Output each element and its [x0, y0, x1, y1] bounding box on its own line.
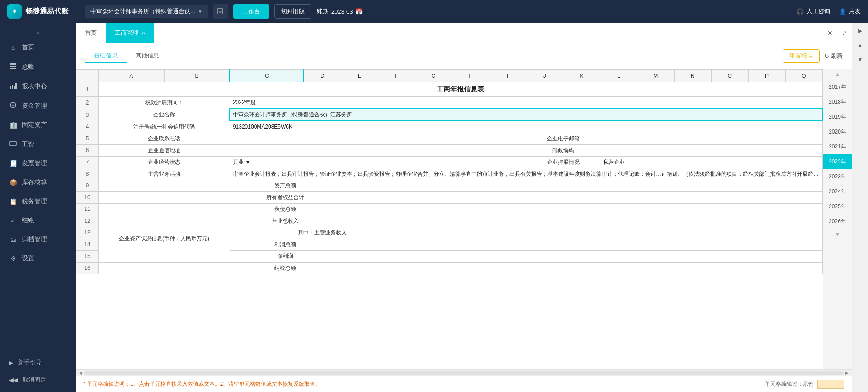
year-item-2020[interactable]: 2020年: [823, 124, 852, 139]
sidebar-item-settings[interactable]: ⚙ 设置: [0, 249, 76, 268]
sidebar-item-close-accounts[interactable]: ✓ 结账: [0, 211, 76, 230]
workbench-button[interactable]: 工作台: [233, 4, 269, 19]
row10-label: [99, 191, 230, 203]
home-icon: ⌂: [9, 44, 17, 51]
reset-report-button[interactable]: 重置报表: [783, 49, 820, 63]
year-item-2019[interactable]: 2019年: [823, 110, 852, 124]
tab-business[interactable]: 工商管理 ×: [106, 23, 154, 43]
hscroll-left[interactable]: ◀: [77, 370, 84, 376]
year-item-2017[interactable]: 2017年: [823, 80, 852, 95]
refresh-button[interactable]: ↻ 刷新: [824, 52, 843, 60]
row8-label: 主营业务活动: [99, 168, 230, 180]
invoice-icon: 🧾: [9, 160, 17, 167]
row13-sublabel: 其中：主营业务收入: [230, 227, 415, 239]
panel-down-btn[interactable]: ▼: [854, 53, 867, 66]
toolbar-row: 基础信息 其他信息 重置报表 ↻ 刷新: [76, 43, 852, 69]
sidebar-item-funds[interactable]: ¥ 资金管理: [0, 96, 76, 115]
hscroll-right[interactable]: ▶: [844, 370, 851, 376]
sidebar-item-archive[interactable]: 🗂 归档管理: [0, 230, 76, 249]
row9-value[interactable]: [341, 180, 822, 191]
year-item-2022[interactable]: 2022年: [823, 154, 852, 169]
row15-value[interactable]: [341, 250, 822, 262]
row8-value[interactable]: 审查企业会计报表；出具审计报告；验证企业资本；出具验资报告；办理企业合并、分立、…: [230, 168, 822, 180]
scroll-up-icon: ▲: [35, 29, 41, 35]
column-header-row: A B C D E F G H I J K L: [76, 70, 823, 82]
tab-home[interactable]: 首页: [76, 23, 106, 43]
year-panel-up[interactable]: ▲: [823, 69, 852, 80]
sidebar-item-tax[interactable]: 📋 税务管理: [0, 192, 76, 211]
hscroll-track[interactable]: [84, 371, 844, 375]
year-item-2025[interactable]: 2025年: [823, 199, 852, 214]
user-area[interactable]: 👤 用友: [839, 7, 861, 15]
sidebar-label-payroll: 工资: [22, 140, 34, 148]
company-selector[interactable]: 中审众环会计师事务所（特殊普通合伙... ▼: [85, 5, 208, 18]
year-item-2021[interactable]: 2021年: [823, 139, 852, 154]
row13-value[interactable]: [415, 227, 822, 239]
reports-icon: [9, 82, 17, 91]
row7-value1[interactable]: 开业 ▼: [230, 156, 526, 168]
row11-value[interactable]: [341, 203, 822, 215]
year-item-2026[interactable]: 2026年: [823, 214, 852, 229]
col-header-c: C: [230, 70, 304, 82]
spreadsheet-main[interactable]: A B C D E F G H I J K L: [76, 69, 823, 369]
panel-up-btn[interactable]: ▲: [854, 39, 867, 52]
maximize-window-button[interactable]: ⤢: [839, 28, 850, 38]
row-num-8: 8: [76, 168, 99, 180]
row16-value[interactable]: [341, 262, 822, 274]
sidebar-label-funds: 资金管理: [22, 102, 47, 110]
svg-rect-6: [10, 68, 16, 69]
row14-value[interactable]: [341, 239, 822, 250]
row5-value2[interactable]: [600, 133, 822, 144]
col-header-q: Q: [785, 70, 822, 82]
sidebar-label-guide: 新手引导: [18, 359, 42, 367]
tab-basic-info[interactable]: 基础信息: [85, 49, 127, 63]
sidebar-item-home[interactable]: ⌂ 首页: [0, 38, 76, 57]
row4-value[interactable]: 91320100MA208E5W6K: [230, 121, 822, 133]
svg-rect-8: [12, 85, 13, 89]
row6-value1[interactable]: [230, 144, 526, 156]
table-row: 11 负债总额: [76, 203, 823, 215]
col-header-f: F: [378, 70, 415, 82]
sidebar-item-reports[interactable]: 报表中心: [0, 76, 76, 96]
row6-value2[interactable]: [600, 144, 822, 156]
row-num-14: 14: [76, 239, 99, 250]
row16-sublabel: 纳税总额: [230, 262, 341, 274]
user-label: 用友: [849, 7, 861, 15]
sidebar-item-invoice[interactable]: 🧾 发票管理: [0, 154, 76, 173]
app-title: 畅捷通易代账: [25, 7, 69, 16]
table-row: 4 注册号/统一社会信用代码 91320100MA208E5W6K: [76, 121, 823, 133]
tab-close-button[interactable]: ×: [142, 30, 145, 36]
year-panel-down[interactable]: ▼: [823, 229, 852, 239]
row3-value[interactable]: 中审众环会计师事务所（特殊普通合伙）江苏分所: [230, 109, 822, 121]
col-header-m: M: [637, 70, 674, 82]
sidebar-label-assets: 固定资产: [22, 121, 47, 129]
sidebar-label-inventory: 库存核算: [22, 178, 47, 186]
row-num-7: 7: [76, 156, 99, 168]
table-title[interactable]: 工商年报信息表: [99, 82, 822, 97]
document-icon[interactable]: [213, 4, 228, 19]
year-item-2024[interactable]: 2024年: [823, 184, 852, 199]
sidebar-label-tax: 税务管理: [22, 197, 47, 206]
row12-value[interactable]: [341, 215, 822, 227]
sidebar-label-settings: 设置: [22, 254, 34, 263]
sidebar-item-inventory[interactable]: 📦 库存核算: [0, 173, 76, 192]
row10-value[interactable]: [341, 191, 822, 203]
row2-value[interactable]: 2022年度: [230, 97, 822, 109]
calendar-icon[interactable]: 📅: [355, 8, 363, 15]
year-item-2023[interactable]: 2023年: [823, 169, 852, 184]
sidebar-item-guide[interactable]: ▶ 新手引导: [0, 354, 76, 371]
sidebar-item-assets[interactable]: 🏢 固定资产: [0, 115, 76, 134]
svg-rect-9: [14, 86, 15, 89]
sidebar-item-payroll[interactable]: 工资: [0, 134, 76, 154]
panel-collapse-btn[interactable]: ▶: [854, 24, 867, 37]
year-item-2018[interactable]: 2018年: [823, 95, 852, 110]
tab-other-info[interactable]: 其他信息: [127, 49, 168, 63]
sidebar-item-ledger[interactable]: 总账: [0, 57, 76, 76]
old-version-button[interactable]: 切到旧版: [274, 4, 311, 19]
period-value: 2023-03: [331, 8, 353, 15]
sidebar-item-unpin[interactable]: ◀◀ 取消固定: [0, 371, 76, 388]
support-button[interactable]: 🎧 人工咨询: [797, 7, 830, 15]
row5-value1[interactable]: [230, 133, 526, 144]
row7-value2[interactable]: 私营企业: [600, 156, 822, 168]
close-window-button[interactable]: ✕: [825, 28, 835, 38]
